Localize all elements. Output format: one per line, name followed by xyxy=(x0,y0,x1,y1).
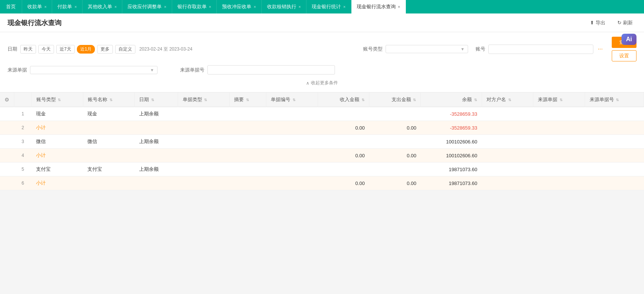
account-type-label: 账号类型 xyxy=(363,46,383,52)
source-doc-select[interactable]: ▼ xyxy=(30,66,158,74)
col-expense[interactable]: 支出金额 ⇅ xyxy=(369,93,420,107)
cell-account_name xyxy=(83,176,134,190)
col-doc-no[interactable]: 单据编号 ⇅ xyxy=(266,93,318,107)
header-actions: ⬆ 导出 ↻ 刷新 xyxy=(586,18,636,28)
account-type-select[interactable]: ▼ xyxy=(386,45,468,53)
cell-source_doc xyxy=(533,121,585,135)
collapse-row: ∧ 收起更多条件 xyxy=(8,78,636,88)
cell-doc_no xyxy=(266,176,318,190)
source-doc-label: 来源单据 xyxy=(8,67,27,73)
cell-balance: 100102606.60 xyxy=(421,149,482,163)
source-doc-group: 来源单据 ▼ xyxy=(8,66,158,74)
table-body: 1现金现金上期余额-3528659.332小计0.000.00-3528659.… xyxy=(0,107,644,190)
close-icon[interactable]: × xyxy=(343,4,345,9)
page-header: 现金银行流水查询 ⬆ 导出 ↻ 刷新 xyxy=(0,13,644,32)
cell-source_doc xyxy=(533,176,585,190)
date-btn-yesterday[interactable]: 昨天 xyxy=(20,45,36,54)
col-date[interactable]: 日期 ⇅ xyxy=(135,93,178,107)
gear-cell xyxy=(0,107,14,121)
row-number: 6 xyxy=(14,176,32,190)
col-doc-type[interactable]: 单据类型 ⇅ xyxy=(178,93,229,107)
source-doc-no-input[interactable] xyxy=(207,65,335,75)
cell-date: 上期余额 xyxy=(135,107,178,121)
close-icon[interactable]: × xyxy=(209,4,211,9)
cell-source_doc xyxy=(533,149,585,163)
date-range-text: 2023-02-24 至 2023-03-24 xyxy=(139,46,192,52)
cell-expense: 0.00 xyxy=(369,176,420,190)
nav-tab-1[interactable]: 付款单 × xyxy=(52,0,82,13)
nav-home[interactable]: 首页 xyxy=(0,0,22,13)
nav-tab-6[interactable]: 收款核销执行 × xyxy=(262,0,306,13)
table-header-row: ⚙ 账号类型 ⇅ 账号名称 ⇅ 日期 ⇅ 单据类型 ⇅ xyxy=(0,93,644,107)
cell-account_type: 小计 xyxy=(32,121,83,135)
cell-doc_type xyxy=(178,149,229,163)
cell-expense xyxy=(369,163,420,176)
nav-tab-5[interactable]: 预收冲应收单 × xyxy=(217,0,261,13)
col-account-name[interactable]: 账号名称 ⇅ xyxy=(83,93,134,107)
cell-summary xyxy=(230,176,266,190)
cell-account_type: 小计 xyxy=(32,176,83,190)
collapse-button[interactable]: ∧ 收起更多条件 xyxy=(306,80,338,86)
cell-doc_no xyxy=(266,121,318,135)
date-btn-more[interactable]: 更多 xyxy=(97,45,113,54)
export-button[interactable]: ⬆ 导出 xyxy=(586,18,609,28)
settings-icon[interactable]: ⚙ xyxy=(5,97,9,103)
cell-source_doc_no xyxy=(585,135,644,149)
chevron-down-icon: ▼ xyxy=(461,47,465,51)
dots-icon[interactable]: ··· xyxy=(596,46,604,52)
cell-source_doc_no xyxy=(585,176,644,190)
cell-account_name: 微信 xyxy=(83,135,134,149)
nav-tab-4[interactable]: 银行存取款单 × xyxy=(172,0,217,13)
col-income[interactable]: 收入金额 ⇅ xyxy=(318,93,369,107)
ai-badge[interactable]: Ai xyxy=(621,34,636,45)
close-icon[interactable]: × xyxy=(398,4,400,9)
gear-cell xyxy=(0,163,14,176)
setting-button[interactable]: 设置 xyxy=(612,50,636,61)
date-btn-custom[interactable]: 自定义 xyxy=(115,45,135,54)
cell-doc_type xyxy=(178,121,229,135)
filter-row-1: 日期 昨天 今天 近7天 近1月 更多 自定义 2023-02-24 至 202… xyxy=(8,37,636,61)
col-account-type[interactable]: 账号类型 ⇅ xyxy=(32,93,83,107)
table-row: 5支付宝支付宝上期余额19871073.60 xyxy=(0,163,644,176)
refresh-button[interactable]: ↻ 刷新 xyxy=(614,18,636,28)
sort-icon: ⇅ xyxy=(293,98,296,102)
cell-date xyxy=(135,149,178,163)
gear-cell xyxy=(0,149,14,163)
close-icon[interactable]: × xyxy=(164,4,166,9)
gear-cell xyxy=(0,176,14,190)
cell-source_doc_no xyxy=(585,149,644,163)
cell-balance: 19871073.60 xyxy=(421,176,482,190)
filter-area: 日期 昨天 今天 近7天 近1月 更多 自定义 2023-02-24 至 202… xyxy=(0,32,644,93)
cell-summary xyxy=(230,107,266,121)
cell-counterparty xyxy=(482,163,533,176)
col-source-doc[interactable]: 来源单据 ⇅ xyxy=(533,93,585,107)
nav-tab-7[interactable]: 现金银行统计 × xyxy=(306,0,351,13)
cell-account_type: 现金 xyxy=(32,107,83,121)
col-source-doc-no[interactable]: 来源单据号 ⇅ xyxy=(585,93,644,107)
top-nav: 首页 收款单 × 付款单 × 其他收入单 × 应收应付调整单 × 银行存取款单 … xyxy=(0,0,644,13)
close-icon[interactable]: × xyxy=(44,4,47,9)
cell-source_doc_no xyxy=(585,121,644,135)
nav-tab-8[interactable]: 现金银行流水查询 × xyxy=(351,0,406,13)
close-icon[interactable]: × xyxy=(254,4,256,9)
cell-doc_type xyxy=(178,107,229,121)
close-icon[interactable]: × xyxy=(114,4,117,9)
col-counterparty[interactable]: 对方户名 ⇅ xyxy=(482,93,533,107)
close-icon[interactable]: × xyxy=(74,4,77,9)
cell-date xyxy=(135,121,178,135)
date-btn-1month[interactable]: 近1月 xyxy=(77,45,95,54)
account-input[interactable] xyxy=(488,45,593,54)
page-title: 现金银行流水查询 xyxy=(8,18,62,27)
nav-tab-3[interactable]: 应收应付调整单 × xyxy=(122,0,172,13)
col-summary[interactable]: 摘要 ⇅ xyxy=(230,93,266,107)
cell-account_name xyxy=(83,149,134,163)
sort-icon: ⇅ xyxy=(151,98,154,102)
sort-icon: ⇅ xyxy=(204,98,207,102)
date-btn-7days[interactable]: 近7天 xyxy=(56,45,75,54)
col-balance[interactable]: 余额 ⇅ xyxy=(421,93,482,107)
nav-tab-0[interactable]: 收款单 × xyxy=(22,0,52,13)
date-btn-today[interactable]: 今天 xyxy=(38,45,54,54)
nav-tab-2[interactable]: 其他收入单 × xyxy=(83,0,122,13)
close-icon[interactable]: × xyxy=(299,4,301,9)
sort-icon: ⇅ xyxy=(616,98,619,102)
